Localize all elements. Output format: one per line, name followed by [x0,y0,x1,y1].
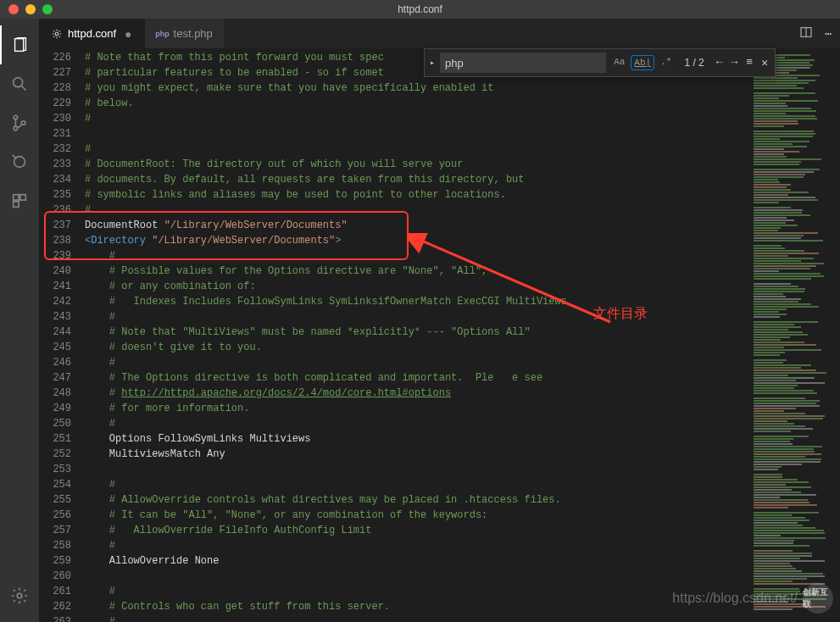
match-count: 1 / 2 [679,57,709,69]
gutter: 226 227 228 229 230 231 232 233 234 235 … [39,48,85,622]
tab-label: test.php [174,27,213,40]
svg-rect-10 [14,202,19,207]
settings-gear-icon[interactable] [0,576,39,615]
match-case-icon[interactable]: Aa [611,55,627,70]
search-nav: ← → ≡ ✕ [709,56,775,69]
traffic-lights [0,4,53,14]
php-icon: php [157,28,169,40]
watermark-logo: 创新互联 [803,583,833,614]
svg-point-5 [21,121,25,125]
svg-line-2 [22,86,26,91]
window-title: httpd.conf [398,3,442,15]
more-actions-icon[interactable]: ⋯ [825,27,832,41]
search-options: Aa Ab| .* [606,55,679,70]
tab-httpd-conf[interactable]: httpd.conf ● [39,19,145,48]
tab-bar-actions: ⋯ [799,19,840,48]
find-in-selection-icon[interactable]: ≡ [746,56,753,69]
explorer-icon[interactable] [0,25,39,64]
tab-test-php[interactable]: php test.php [145,19,225,48]
svg-line-7 [13,155,17,159]
next-match-icon[interactable]: → [732,56,738,69]
find-widget: ▸ Aa Ab| .* 1 / 2 ← → ≡ ✕ [424,48,776,77]
svg-point-4 [14,126,18,131]
activity-bar [0,19,39,622]
previous-match-icon[interactable]: ← [716,56,723,69]
svg-point-3 [14,115,18,119]
search-input[interactable] [440,53,606,73]
code-area[interactable]: # Note that from this point forward you … [85,48,748,622]
match-word-icon[interactable]: Ab| [631,55,654,70]
extensions-icon[interactable] [0,181,39,220]
svg-point-12 [55,32,58,36]
tab-bar: httpd.conf ● php test.php ⋯ [39,19,840,48]
source-control-icon[interactable] [0,103,39,142]
watermark-url: https://blog.csdn.net/ [672,591,798,606]
search-icon[interactable] [0,64,39,103]
minimap[interactable] [748,48,840,622]
watermark: https://blog.csdn.net/ 创新互联 [672,583,833,614]
close-search-icon[interactable]: ✕ [761,56,768,69]
svg-rect-8 [14,195,19,200]
maximize-window-button[interactable] [42,4,53,14]
editor[interactable]: 226 227 228 229 230 231 232 233 234 235 … [39,48,748,622]
debug-icon[interactable] [0,142,39,181]
minimize-window-button[interactable] [25,4,36,14]
svg-rect-9 [20,195,25,200]
dirty-indicator[interactable]: ● [125,27,131,41]
svg-point-11 [17,593,22,598]
svg-point-1 [14,78,23,87]
tab-label: httpd.conf [68,27,116,40]
split-editor-icon[interactable] [799,25,813,42]
svg-rect-0 [15,39,24,52]
close-window-button[interactable] [8,4,19,14]
toggle-replace-icon[interactable]: ▸ [425,49,440,76]
use-regex-icon[interactable]: .* [658,55,674,70]
title-bar: httpd.conf [0,0,840,19]
gear-icon [51,28,63,40]
